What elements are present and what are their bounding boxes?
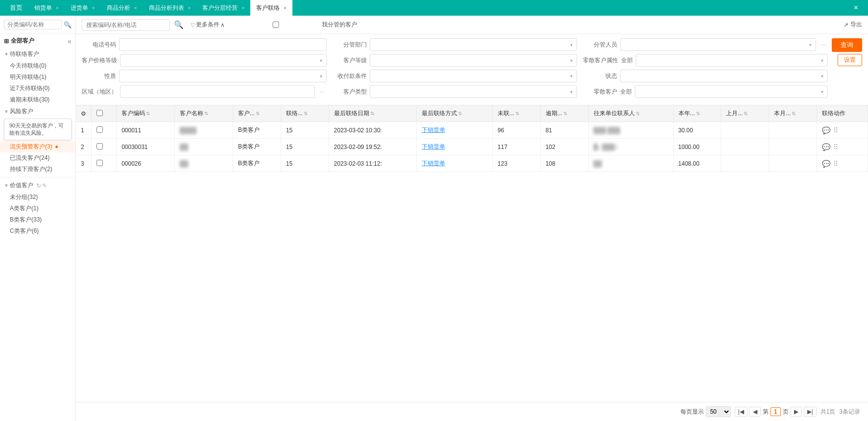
filter-status: 状态 ▾	[583, 70, 828, 82]
more-icon[interactable]: ···	[819, 41, 828, 48]
row-code: 000026	[117, 155, 175, 172]
tab-customer-link[interactable]: 客户联络 ×	[250, 0, 292, 16]
col-overdue[interactable]: 逾期...⇅	[540, 105, 588, 122]
sidebar-search-area: 🔍	[0, 16, 75, 34]
col-last-month[interactable]: 上月...⇅	[721, 105, 769, 122]
payment-select[interactable]: ▾	[370, 70, 578, 82]
close-customer-link-icon[interactable]: ×	[284, 5, 287, 11]
more-actions-icon[interactable]: ⠿	[833, 160, 838, 168]
more-actions-icon[interactable]: ⠿	[833, 143, 838, 151]
sidebar-item-tomorrow[interactable]: 明天待联络(1)	[0, 72, 75, 83]
close-sales-icon[interactable]: ×	[56, 5, 59, 11]
sort-icon: ⇅	[204, 111, 208, 116]
col-this-year[interactable]: 本年...⇅	[673, 105, 721, 122]
tab-analysis-list[interactable]: 商品分析列表 ×	[143, 0, 197, 16]
last-page-button[interactable]: ▶|	[804, 407, 817, 417]
dept-select[interactable]: ▾	[370, 38, 578, 51]
col-last-contact-method[interactable]: 最后联络方式⇅	[416, 105, 492, 122]
cust-level-select[interactable]: ▾	[370, 54, 578, 67]
query-button[interactable]: 查询	[832, 38, 862, 52]
row-last-contact-method[interactable]: 下销货单	[416, 139, 492, 155]
sidebar-group-pending[interactable]: ▼ 待联络客户	[0, 48, 75, 60]
close-all-button[interactable]: ×	[848, 3, 864, 12]
next-page-button[interactable]: ▶	[791, 407, 802, 417]
col-type[interactable]: 客户...⇅	[233, 105, 281, 122]
row-select-checkbox[interactable]	[96, 143, 103, 149]
close-analysis-list-icon[interactable]: ×	[188, 5, 191, 11]
more-icon[interactable]: ···	[318, 88, 327, 95]
chat-icon[interactable]: 💬	[822, 126, 830, 134]
more-conditions-button[interactable]: ▽ 更多条件 ∧	[188, 19, 228, 31]
sidebar-item-churn-lost[interactable]: 已流失客户(24)	[0, 152, 75, 164]
close-customer-tier-icon[interactable]: ×	[241, 5, 244, 11]
price-level-select[interactable]: ▾	[120, 54, 327, 67]
contact-method-link[interactable]: 下销货单	[422, 143, 445, 150]
retail-attr-select[interactable]: ▾	[636, 54, 828, 67]
chat-icon[interactable]: 💬	[822, 160, 830, 168]
sidebar-item-today[interactable]: 今天待联络(0)	[0, 60, 75, 72]
col-unit-contact[interactable]: 往来单位联系人⇅	[588, 105, 673, 122]
sidebar-all-customers[interactable]: ⊞ 全部客户 «	[0, 34, 75, 48]
row-this-year: 1000.00	[673, 139, 721, 155]
sidebar-item-overdue[interactable]: 逾期未联络(30)	[0, 94, 75, 105]
nature-select[interactable]: ▾	[119, 70, 327, 82]
col-name[interactable]: 客户名称⇅	[175, 105, 233, 122]
search-button[interactable]: 🔍	[174, 20, 184, 29]
row-checkbox[interactable]	[92, 155, 117, 172]
sidebar-item-ungrouped[interactable]: 未分组(32)	[0, 192, 75, 203]
my-customers-checkbox-label[interactable]: 我分管的客户	[232, 21, 357, 29]
search-input[interactable]	[82, 19, 170, 31]
contact-method-link[interactable]: 下销货单	[422, 160, 445, 167]
row-select-checkbox[interactable]	[96, 160, 103, 166]
checkbox-header[interactable]	[92, 105, 117, 122]
sidebar-item-a-class[interactable]: A类客户(1)	[0, 203, 75, 214]
phone-input[interactable]	[119, 38, 327, 51]
per-page-select[interactable]: 50 100 200	[706, 406, 731, 417]
tab-sales[interactable]: 销货单 ×	[28, 0, 65, 16]
tab-purchase[interactable]: 进货单 ×	[65, 0, 101, 16]
export-button[interactable]: ↗ 导出	[844, 21, 862, 29]
row-last-contact-method[interactable]: 下销货单	[416, 122, 492, 139]
cust-type-select[interactable]: ▾	[370, 85, 578, 98]
edit-icon[interactable]: ✎	[42, 182, 47, 189]
sidebar-item-churn-predicted[interactable]: 流失预警客户(3) ●	[0, 141, 75, 152]
collapse-icon[interactable]: «	[68, 37, 72, 45]
my-customers-checkbox[interactable]	[232, 22, 320, 28]
close-analysis-icon[interactable]: ×	[134, 5, 137, 11]
table-settings-header[interactable]: ⚙	[76, 105, 92, 122]
retail-cust-select[interactable]: ▾	[635, 85, 828, 98]
close-purchase-icon[interactable]: ×	[92, 5, 95, 11]
row-checkbox[interactable]	[92, 122, 117, 139]
refresh-icon[interactable]: ↻	[36, 182, 41, 189]
sidebar-item-c-class[interactable]: C类客户(6)	[0, 225, 75, 237]
person-select[interactable]: ▾	[620, 38, 816, 51]
col-contact[interactable]: 联络...⇅	[281, 105, 329, 122]
col-uncontacted[interactable]: 未联...⇅	[492, 105, 540, 122]
sidebar-item-b-class[interactable]: B类客户(33)	[0, 214, 75, 225]
chevron-down-icon: ▾	[570, 74, 573, 79]
col-last-contact-date[interactable]: 最后联络日期⇅	[329, 105, 416, 122]
sidebar-group-risk[interactable]: ▼ 风险客户	[0, 105, 75, 118]
row-unit-contact: ███ ███.	[588, 122, 673, 139]
chat-icon[interactable]: 💬	[822, 143, 830, 151]
prev-page-button[interactable]: ◀	[749, 407, 761, 417]
sidebar-search-input[interactable]	[4, 20, 62, 29]
row-select-checkbox[interactable]	[96, 126, 103, 133]
settings-button[interactable]: 设置	[838, 54, 862, 66]
sidebar-group-value[interactable]: ▼ 价值客户 ↻ ✎	[0, 179, 75, 192]
select-all-checkbox[interactable]	[96, 110, 103, 116]
first-page-button[interactable]: |◀	[735, 407, 747, 417]
region-select[interactable]	[120, 85, 315, 98]
home-tab[interactable]: 首页	[4, 3, 28, 12]
row-last-contact-method[interactable]: 下销货单	[416, 155, 492, 172]
col-this-month[interactable]: 本月...⇅	[769, 105, 817, 122]
contact-method-link[interactable]: 下销货单	[422, 126, 445, 133]
col-code[interactable]: 客户编码⇅	[117, 105, 175, 122]
status-select[interactable]: ▾	[620, 70, 828, 82]
tab-customer-tier[interactable]: 客户分层经营 ×	[196, 0, 250, 16]
tab-analysis[interactable]: 商品分析 ×	[101, 0, 143, 16]
more-actions-icon[interactable]: ⠿	[833, 126, 838, 134]
sidebar-item-churn-recovery[interactable]: 持续下滑客户(2)	[0, 164, 75, 175]
row-checkbox[interactable]	[92, 139, 117, 155]
sidebar-item-week[interactable]: 近7天待联络(0)	[0, 83, 75, 94]
